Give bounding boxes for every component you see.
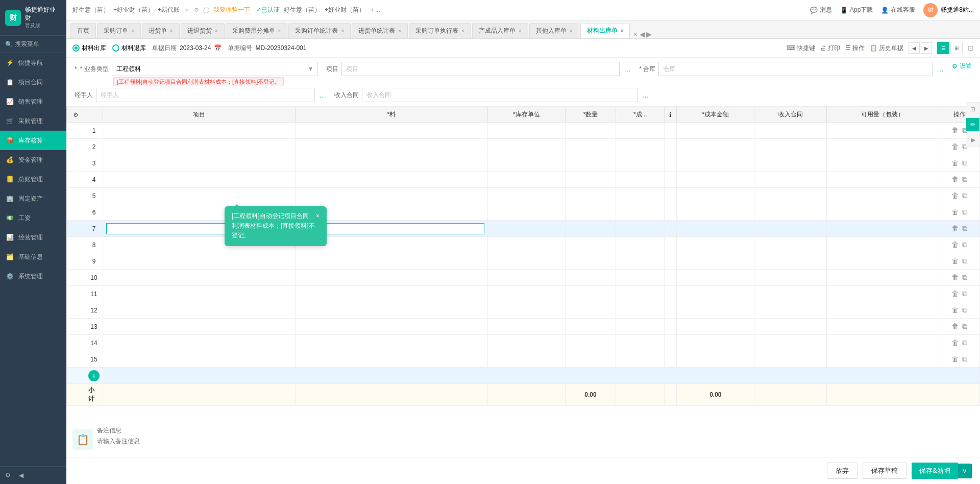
handler-more-btn[interactable]: …: [319, 91, 326, 99]
delete-icon[interactable]: 🗑: [951, 289, 959, 298]
row-cell-8[interactable]: [826, 204, 939, 221]
add-row-trigger[interactable]: +: [67, 368, 980, 384]
row-cell-0[interactable]: [103, 286, 296, 302]
row-cell-8[interactable]: [826, 188, 939, 204]
copy-icon[interactable]: ⧉: [962, 224, 967, 232]
row-cell-2[interactable]: [616, 221, 665, 237]
row-cell-3[interactable]: [565, 319, 616, 335]
copy-icon[interactable]: ⧉: [962, 322, 967, 330]
row-cell-5[interactable]: [665, 319, 677, 335]
tab-purchase-expense[interactable]: 采购费用分摊单 ×: [226, 23, 288, 38]
row-cell-2[interactable]: [487, 155, 565, 172]
row-cell-5[interactable]: [665, 335, 677, 351]
calendar-icon[interactable]: 📅: [214, 44, 222, 52]
project-more-btn[interactable]: …: [624, 65, 631, 73]
sidebar-item-finance[interactable]: 💰 资金管理: [0, 150, 66, 170]
table-row[interactable]: 6 🗑 ⧉: [67, 204, 980, 221]
table-row[interactable]: 2 🗑 ⧉: [67, 139, 980, 155]
row-cell-6[interactable]: [677, 172, 754, 188]
copy-icon[interactable]: ⧉: [962, 257, 967, 265]
print-btn[interactable]: 🖨 打印: [820, 44, 840, 53]
row-cell-7[interactable]: [754, 253, 827, 270]
table-row[interactable]: 11 🗑 ⧉: [67, 286, 980, 302]
tab-next[interactable]: ▶: [646, 30, 652, 38]
row-cell-1[interactable]: [295, 253, 487, 270]
table-row[interactable]: 12 🗑 ⧉: [67, 302, 980, 319]
delete-icon[interactable]: 🗑: [951, 126, 959, 134]
row-cell-2[interactable]: [487, 237, 565, 253]
row-cell-0[interactable]: [103, 155, 296, 172]
row-cell-1[interactable]: [295, 335, 487, 351]
sidebar-item-project[interactable]: 📋 项目合同: [0, 72, 66, 92]
right-icon-1[interactable]: ⊡: [966, 102, 980, 116]
tab-close-6[interactable]: ×: [398, 28, 401, 34]
row-cell-3[interactable]: [565, 188, 616, 204]
tab-close-1[interactable]: ×: [131, 28, 134, 34]
message-btn[interactable]: 💬 消息: [810, 6, 832, 14]
row-cell-8[interactable]: [826, 155, 939, 172]
tab-other-inbound[interactable]: 其他入库单 ×: [529, 23, 579, 38]
user-profile[interactable]: 财 畅捷通8站...: [923, 3, 974, 17]
row-cell-6[interactable]: [826, 221, 939, 237]
tab-close-9[interactable]: ×: [570, 28, 573, 34]
row-cell-6[interactable]: [677, 319, 754, 335]
row-cell-8[interactable]: [826, 319, 939, 335]
row-cell-3[interactable]: [565, 204, 616, 221]
row-cell-6[interactable]: [677, 188, 754, 204]
topbar-link-2[interactable]: +好业财（苗）: [113, 6, 154, 14]
table-row[interactable]: 1 🗑 ⧉: [67, 123, 980, 139]
row-cell-7[interactable]: [754, 351, 827, 368]
tab-close-3[interactable]: ×: [215, 28, 218, 34]
row-cell-6[interactable]: [677, 204, 754, 221]
row-cell-0[interactable]: [103, 335, 296, 351]
tab-close-all[interactable]: ×: [633, 30, 637, 38]
row-cell-2[interactable]: [487, 319, 565, 335]
row-cell-8[interactable]: [826, 237, 939, 253]
row-cell-0[interactable]: [103, 139, 296, 155]
topbar-link-1[interactable]: 好生意（苗）: [72, 6, 109, 14]
radio-outbound[interactable]: 材料出库: [72, 44, 106, 53]
row-cell-5[interactable]: [665, 155, 677, 172]
row-cell-2[interactable]: [487, 302, 565, 319]
row-cell-1[interactable]: [295, 286, 487, 302]
handler-picker[interactable]: 经手人: [96, 88, 315, 102]
table-settings-icon[interactable]: ⚙: [73, 111, 79, 118]
row-cell-2[interactable]: [487, 270, 565, 286]
row-cell-3[interactable]: [565, 335, 616, 351]
delete-icon[interactable]: 🗑: [951, 322, 959, 330]
sidebar-item-purchase[interactable]: 🛒 采购管理: [0, 111, 66, 131]
row-cell-0[interactable]: [103, 253, 296, 270]
row-cell-7[interactable]: [754, 270, 827, 286]
table-row[interactable]: 4 🗑 ⧉: [67, 172, 980, 188]
row-cell-3[interactable]: [565, 253, 616, 270]
app-download-btn[interactable]: 📱 App下载: [840, 6, 873, 14]
row-cell-0[interactable]: [103, 123, 296, 139]
row-cell-4[interactable]: [616, 351, 665, 368]
row-cell-4[interactable]: [616, 172, 665, 188]
delete-icon[interactable]: 🗑: [951, 142, 959, 151]
table-row[interactable]: 9 🗑 ⧉: [67, 253, 980, 270]
sidebar-toggle-btn[interactable]: ⊡: [968, 44, 974, 52]
operation-btn[interactable]: ☰ 操作: [845, 44, 865, 53]
grid-view-btn[interactable]: ⊞: [950, 42, 963, 54]
row-cell-3[interactable]: [565, 172, 616, 188]
row-cell-7[interactable]: [754, 286, 827, 302]
row-cell-4[interactable]: [616, 204, 665, 221]
row-cell-4[interactable]: [616, 123, 665, 139]
row-cell-5[interactable]: [665, 123, 677, 139]
row-cell-0[interactable]: [103, 270, 296, 286]
row-cell-5[interactable]: [665, 237, 677, 253]
row-cell-0[interactable]: [103, 302, 296, 319]
tab-prev[interactable]: ◀: [640, 30, 645, 38]
topbar-link-4[interactable]: 好生意（苗）: [284, 6, 321, 14]
sidebar-item-operations[interactable]: 📊 经营管理: [0, 228, 66, 247]
row-cell-2[interactable]: [487, 123, 565, 139]
row-cell-2[interactable]: [487, 253, 565, 270]
delete-icon[interactable]: 🗑: [951, 240, 959, 249]
sidebar-item-quicknav[interactable]: ⚡ 快捷导航: [0, 53, 66, 72]
row-cell-4[interactable]: [616, 335, 665, 351]
row-cell-8[interactable]: [826, 172, 939, 188]
tab-purchase-order[interactable]: 采购订单 ×: [97, 23, 141, 38]
row-cell-7[interactable]: [754, 319, 827, 335]
prev-record-btn[interactable]: ◀: [909, 42, 920, 54]
